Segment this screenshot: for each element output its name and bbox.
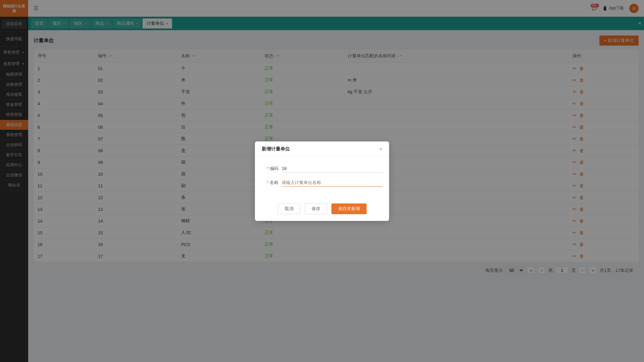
modal-overlay[interactable]: 新增计量单位 × 编码 名称 取消 保存 保存并新增: [0, 0, 644, 362]
form-row-code: 编码: [262, 165, 382, 173]
modal-title: 新增计量单位: [262, 146, 290, 152]
modal-close-button[interactable]: ×: [379, 146, 382, 152]
name-label: 名称: [262, 180, 282, 186]
form-row-name: 名称: [262, 179, 382, 187]
cancel-button[interactable]: 取消: [278, 203, 301, 214]
modal-footer: 取消 保存 保存并新增: [255, 199, 389, 221]
code-label: 编码: [262, 166, 282, 172]
code-input[interactable]: [282, 165, 382, 173]
add-unit-modal: 新增计量单位 × 编码 名称 取消 保存 保存并新增: [255, 141, 389, 221]
modal-body: 编码 名称: [255, 157, 389, 199]
save-and-new-button[interactable]: 保存并新增: [331, 203, 367, 214]
save-button[interactable]: 保存: [305, 203, 327, 214]
modal-header: 新增计量单位 ×: [255, 141, 389, 157]
name-input[interactable]: [282, 179, 382, 187]
